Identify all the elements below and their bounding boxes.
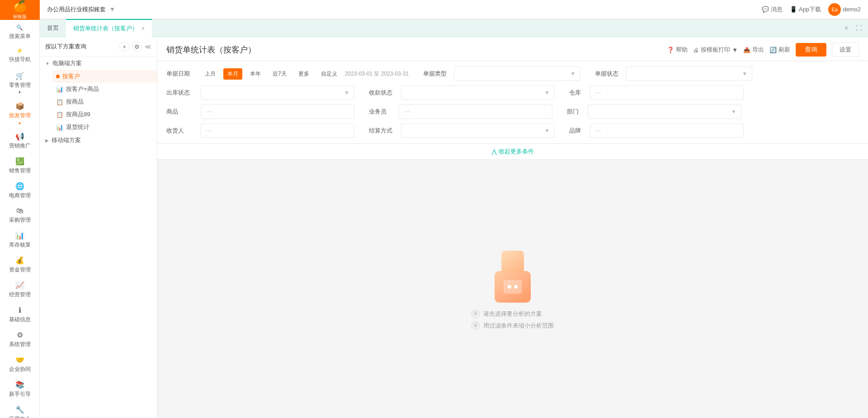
tree-item-returns[interactable]: 📊 退货统计 bbox=[52, 121, 157, 133]
purchase-icon: 🛍 bbox=[16, 207, 24, 215]
tabbar: 首页 销货单统计表（按客户） × × ⛶ bbox=[40, 19, 868, 37]
sidebar-search-label: 搜索菜单 bbox=[9, 33, 31, 40]
sales-icon: 💹 bbox=[15, 157, 24, 166]
robot-eyes bbox=[504, 280, 522, 294]
sidebar-item-ecommerce[interactable]: 🌐 电商管理 bbox=[0, 178, 39, 203]
window-maximize-button[interactable]: ⛶ bbox=[854, 23, 864, 33]
tab-home-label: 首页 bbox=[47, 24, 59, 32]
empty-state: ① 请先选择要分析的方案 ② 用过滤条件来缩小分析范围 bbox=[157, 160, 868, 418]
sidebar-quicknav[interactable]: ⚡ 快捷导航 bbox=[0, 45, 39, 66]
sidebar-search[interactable]: 🔍 搜索菜单 bbox=[0, 20, 39, 45]
robot-head bbox=[501, 251, 524, 273]
date-range-display: 2023-03-01 至 2023-03-31 bbox=[345, 70, 409, 78]
sidebar-item-finance[interactable]: 💰 资金管理 bbox=[0, 252, 39, 277]
help-button[interactable]: ❓ 帮助 bbox=[667, 46, 688, 54]
goods-dots: ··· bbox=[206, 108, 212, 116]
sidebar-item-operations[interactable]: 📈 经营管理 bbox=[0, 277, 39, 302]
goods99-icon: 📋 bbox=[56, 111, 63, 118]
sidebar-item-guide[interactable]: 📚 新手引导 bbox=[0, 377, 39, 402]
doc-type-select[interactable]: ▼ bbox=[454, 66, 580, 81]
message-button[interactable]: 💬 消息 bbox=[762, 5, 783, 14]
window-close-button[interactable]: × bbox=[841, 23, 852, 33]
filter-row-1: 单据日期 上月 本月 本年 近7天 更多 自定义 2023-03-01 至 20… bbox=[166, 66, 859, 81]
topbar: 办公用品行业模拟账套 ▼ 💬 消息 📱 App下载 Ea demo2 bbox=[40, 0, 868, 19]
tip-2-text: 用过滤条件来缩小分析范围 bbox=[483, 322, 554, 330]
date-last-month[interactable]: 上月 bbox=[201, 68, 220, 80]
sidebar-item-app[interactable]: 🔧 应用中心 bbox=[0, 402, 39, 418]
settlement-select[interactable]: ▼ bbox=[401, 124, 555, 138]
date-7days[interactable]: 近7天 bbox=[269, 68, 291, 80]
sidebar-item-wholesale[interactable]: 📦 批发管理 ▲ bbox=[0, 98, 39, 128]
settlement-arrow: ▼ bbox=[544, 128, 550, 134]
topbar-dropdown[interactable]: ▼ bbox=[109, 6, 115, 13]
doc-status-select[interactable]: ▼ bbox=[626, 66, 752, 81]
returns-icon: 📊 bbox=[56, 124, 63, 131]
app-download-button[interactable]: 📱 App下载 bbox=[790, 5, 821, 14]
collapse-link[interactable]: ⋀ 收起更多条件 bbox=[492, 147, 534, 156]
query-button[interactable]: 查询 bbox=[796, 43, 826, 57]
refresh-button[interactable]: 🔄 刷新 bbox=[769, 46, 790, 54]
tip-2-number: ② bbox=[472, 322, 480, 330]
tree-item-goods99[interactable]: 📋 按商品99 bbox=[52, 108, 157, 121]
date-filter: 上月 本月 本年 近7天 更多 自定义 2023-03-01 至 2023-03… bbox=[201, 68, 409, 80]
sidebar-item-marketing[interactable]: 📢 营销推广 bbox=[0, 128, 39, 153]
message-label: 消息 bbox=[771, 5, 783, 14]
nav-icon: ⚡ bbox=[16, 48, 23, 54]
panel-collapse-button[interactable]: ≪ bbox=[145, 43, 151, 50]
doc-status-label: 单据状态 bbox=[595, 70, 618, 78]
recipient-select[interactable]: ··· bbox=[201, 124, 354, 138]
customer-goods-icon: 📊 bbox=[56, 86, 63, 93]
out-status-label: 出库状态 bbox=[166, 89, 193, 97]
system-icon: ⚙ bbox=[17, 331, 23, 339]
tab-window-controls: × ⛶ bbox=[841, 23, 868, 33]
warehouse-select[interactable]: ··· bbox=[590, 86, 744, 100]
sidebar-item-basic-label: 基础信息 bbox=[9, 316, 31, 323]
date-custom[interactable]: 自定义 bbox=[317, 68, 341, 80]
settlement-label: 结算方式 bbox=[369, 127, 394, 135]
message-icon: 💬 bbox=[762, 6, 769, 13]
tree-item-goods-label: 按商品 bbox=[66, 98, 84, 106]
wholesale-arrow: ▲ bbox=[18, 121, 22, 125]
settings-button[interactable]: 设置 bbox=[832, 43, 859, 57]
user-profile[interactable]: Ea demo2 bbox=[828, 3, 861, 16]
export-button[interactable]: 📤 导出 bbox=[743, 46, 764, 54]
date-this-month[interactable]: 本月 bbox=[223, 68, 242, 80]
add-scheme-button[interactable]: + bbox=[119, 42, 129, 52]
sidebar-item-ecommerce-label: 电商管理 bbox=[9, 192, 31, 200]
department-select[interactable]: ▼ bbox=[588, 104, 741, 119]
sidebar-item-purchase[interactable]: 🛍 采购管理 bbox=[0, 203, 39, 228]
left-panel-title: 按以下方案查询 bbox=[45, 43, 86, 51]
scheme-settings-button[interactable]: ⚙ bbox=[132, 42, 142, 52]
goods-select[interactable]: ··· bbox=[201, 104, 354, 119]
date-more[interactable]: 更多 bbox=[294, 68, 313, 80]
out-status-select[interactable]: ▼ bbox=[201, 86, 354, 100]
collection-select[interactable]: ▼ bbox=[401, 86, 555, 100]
tab-current[interactable]: 销货单统计表（按客户） × bbox=[66, 19, 152, 37]
collapse-icon: ⋀ bbox=[492, 148, 497, 155]
brand-select[interactable]: ··· bbox=[590, 124, 744, 138]
tab-close-button[interactable]: × bbox=[142, 25, 145, 32]
print-label: 按模板打印 bbox=[701, 46, 730, 54]
sidebar-item-enterprise[interactable]: 🤝 企业协同 bbox=[0, 352, 39, 377]
sidebar-item-basic[interactable]: ℹ 基础信息 bbox=[0, 302, 39, 327]
sidebar-item-inventory[interactable]: 📊 库存核算 bbox=[0, 228, 39, 252]
date-this-year[interactable]: 本年 bbox=[246, 68, 265, 80]
retail-icon: 🛒 bbox=[15, 71, 24, 80]
tab-home[interactable]: 首页 bbox=[40, 19, 66, 37]
sidebar-item-retail[interactable]: 🛒 零售管理 ▼ bbox=[0, 68, 39, 98]
salesperson-select[interactable]: ··· bbox=[399, 104, 552, 119]
sidebar-item-system[interactable]: ⚙ 系统管理 bbox=[0, 327, 39, 352]
tree-desktop-section: ▼ 电脑端方案 bbox=[40, 57, 157, 70]
sidebar: 🍊 标账版 🔍 搜索菜单 ⚡ 快捷导航 🛒 零售管理 ▼ 📦 批发管理 ▲ 📢 … bbox=[0, 0, 40, 418]
tree-desktop-label: 电脑端方案 bbox=[52, 59, 82, 67]
tree-item-customer-goods[interactable]: 📊 按客户+商品 bbox=[52, 83, 157, 95]
tree-item-customer[interactable]: 按客户 bbox=[52, 70, 157, 83]
brand-dots: ··· bbox=[595, 127, 601, 135]
left-panel-actions: + ⚙ ≪ bbox=[119, 42, 151, 52]
print-button[interactable]: 🖨 按模板打印 ▼ bbox=[693, 46, 738, 54]
tree-item-customer-goods-label: 按客户+商品 bbox=[66, 85, 99, 93]
refresh-icon: 🔄 bbox=[769, 47, 777, 53]
export-label: 导出 bbox=[752, 46, 764, 54]
tree-item-goods[interactable]: 📋 按商品 bbox=[52, 95, 157, 108]
sidebar-item-sales[interactable]: 💹 销售管理 bbox=[0, 153, 39, 178]
